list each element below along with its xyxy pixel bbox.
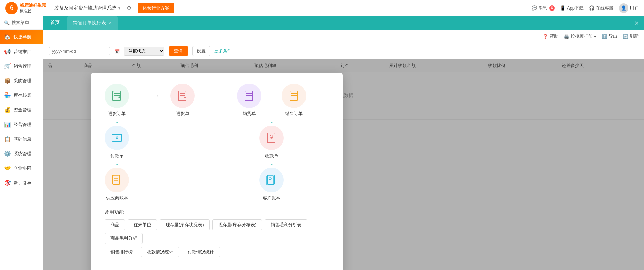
dropdown-icon[interactable]: ▾ xyxy=(118,6,120,11)
func-btn-5[interactable]: 商品毛利分析 xyxy=(105,233,143,244)
system-title: 装备及固定资产辅助管理系统 ▾ xyxy=(54,5,120,11)
export-button[interactable]: ⬆️ 导出 xyxy=(602,33,617,39)
calendar-icon[interactable]: 📅 xyxy=(114,49,120,54)
arrow-down-1: ↓ xyxy=(116,118,118,124)
purchase-icon: 📦 xyxy=(4,77,11,84)
tab-close-icon[interactable]: ✕ xyxy=(109,21,112,25)
svg-text:¥: ¥ xyxy=(115,135,118,140)
func-btn-3[interactable]: 现存量(库存分布表) xyxy=(212,219,262,230)
sidebar-item-quick-nav[interactable]: 🏠 快捷导航 xyxy=(0,30,43,44)
sidebar-item-sales[interactable]: 🛒 销售管理 xyxy=(0,59,43,73)
sidebar-item-finance[interactable]: 💰 资金管理 xyxy=(0,103,43,117)
quick-nav-icon: 🏠 xyxy=(4,34,11,40)
purchase-bill-label: 进货单 xyxy=(176,111,189,117)
sale-bill-label: 销货单 xyxy=(243,111,256,117)
flow-node-customer-ledger[interactable]: 客户账本 xyxy=(259,168,284,201)
func-btn-7[interactable]: 收款情况统计 xyxy=(141,247,179,257)
flow-node-purchase-bill[interactable]: 进货单 xyxy=(170,84,195,117)
sidebar-item-sys-mgmt[interactable]: ⚙️ 系统管理 xyxy=(0,146,43,161)
sale-order-icon xyxy=(282,84,306,108)
set-button[interactable]: 设置 xyxy=(192,46,210,56)
arrow-down-2: ↓ xyxy=(116,160,118,166)
status-select[interactable]: 单据状态 xyxy=(124,47,164,56)
sidebar-item-enterprise[interactable]: 🤝 企业协同 xyxy=(0,161,43,176)
user-menu[interactable]: 👤 用户 xyxy=(619,3,639,13)
logo-text: 畅康通好生意 标准版 xyxy=(20,3,46,13)
message-button[interactable]: 💬 消息 6 xyxy=(532,5,555,11)
table-area: 品 商品 金额 预估毛利 预估毛利率 订金 累计收款金额 收款比例 还差多少天 xyxy=(43,59,644,270)
svg-point-25 xyxy=(269,178,271,180)
print-button[interactable]: 🖨️ 按模板打印 ▾ xyxy=(564,33,596,39)
scroll-left-arrow[interactable]: ◀ xyxy=(97,269,100,270)
base-info-icon: 📋 xyxy=(4,136,11,142)
dialog-scrollbar: ◀ ▶ xyxy=(91,266,343,270)
receipt-icon: ¥ xyxy=(259,126,284,150)
sidebar-item-purchase[interactable]: 📦 采购管理 xyxy=(0,73,43,88)
operations-icon: 📊 xyxy=(4,121,11,128)
refresh-icon: 🔄 xyxy=(623,34,628,39)
print-icon: 🖨️ xyxy=(564,34,569,39)
supplier-ledger-label: 供应商账本 xyxy=(106,195,128,201)
more-conditions-link[interactable]: 更多条件 xyxy=(214,48,232,54)
tab-bar-close[interactable]: ✕ xyxy=(629,20,644,26)
print-dropdown-icon: ▾ xyxy=(594,34,596,39)
func-buttons-row1: 商品 往来单位 现存量(库存状况表) 现存量(库存分布表) 销售毛利分析表 商品… xyxy=(105,219,329,244)
flow-node-sale-bill[interactable]: 销货单 xyxy=(237,84,261,117)
quick-nav-dialog: 进货订单 ↓ ¥ 付款单 ↓ xyxy=(91,73,343,270)
customer-ledger-icon xyxy=(259,168,284,192)
trial-button[interactable]: 体验行业方案 xyxy=(138,3,174,13)
func-btn-2[interactable]: 现存量(库存状况表) xyxy=(160,219,210,230)
purchase-bill-icon xyxy=(170,84,195,108)
search-icon: 🔍 xyxy=(4,20,10,25)
sidebar-item-base-info[interactable]: 📋 基础信息 xyxy=(0,132,43,146)
refresh-button[interactable]: 🔄 刷新 xyxy=(623,33,639,39)
sidebar: 🔍 搜索菜单 🏠 快捷导航 📢 营销推广 🛒 销售管理 📦 采购管理 🏪 xyxy=(0,16,43,270)
app-download-button[interactable]: 📱 App下载 xyxy=(560,5,584,11)
message-badge: 6 xyxy=(549,5,555,11)
flow-node-supplier-ledger[interactable]: 供应商账本 xyxy=(105,168,129,201)
sidebar-item-operations[interactable]: 📊 经营管理 xyxy=(0,117,43,132)
online-service-button[interactable]: 🎧 在线客服 xyxy=(589,5,613,11)
flow-node-sale-order[interactable]: 销售订单 xyxy=(282,84,306,117)
tab-home[interactable]: 首页 xyxy=(43,16,67,30)
sys-mgmt-icon: ⚙️ xyxy=(4,150,11,157)
customer-ledger-label: 客户账本 xyxy=(263,195,280,201)
sidebar-item-inventory[interactable]: 🏪 库存核算 xyxy=(0,88,43,103)
flow-node-receipt[interactable]: ¥ 收款单 xyxy=(259,126,284,159)
avatar: 👤 xyxy=(619,3,628,13)
guide-icon: 🎯 xyxy=(4,180,11,186)
svg-text:¥: ¥ xyxy=(270,134,273,140)
logo-icon: 6 xyxy=(5,2,18,14)
gear-button[interactable]: ⚙ xyxy=(124,3,134,13)
help-button[interactable]: ❓ 帮助 xyxy=(543,33,558,39)
purchase-order-icon xyxy=(105,84,129,108)
sidebar-item-guide[interactable]: 🎯 新手引导 xyxy=(0,176,43,190)
supplier-ledger-icon xyxy=(105,168,129,192)
dialog-overlay: 进货订单 ↓ ¥ 付款单 ↓ xyxy=(43,59,644,270)
brand-sub: 标准版 xyxy=(20,8,46,13)
scroll-right-arrow[interactable]: ▶ xyxy=(333,269,337,270)
tab-sales-order-exec[interactable]: 销售订单执行表 ✕ xyxy=(67,16,118,30)
tab-bar: 首页 销售订单执行表 ✕ ✕ xyxy=(43,16,644,30)
content-header: ❓ 帮助 🖨️ 按模板打印 ▾ ⬆️ 导出 🔄 刷新 xyxy=(43,30,644,43)
flow-node-payment[interactable]: ¥ 付款单 xyxy=(105,126,129,159)
query-button[interactable]: 查询 xyxy=(169,46,188,56)
sales-icon: 🛒 xyxy=(4,63,11,69)
search-menu-button[interactable]: 🔍 搜索菜单 xyxy=(0,16,43,30)
func-btn-6[interactable]: 销售排行榜 xyxy=(105,247,138,257)
func-btn-1[interactable]: 往来单位 xyxy=(128,219,157,230)
func-btn-8[interactable]: 付款情况统计 xyxy=(182,247,220,257)
func-btn-4[interactable]: 销售毛利分析表 xyxy=(265,219,307,230)
func-btn-0[interactable]: 商品 xyxy=(105,219,125,230)
arrow-down-3: ↓ xyxy=(270,118,273,124)
payment-label: 付款单 xyxy=(110,153,124,159)
arrow-down-4: ↓ xyxy=(270,160,273,166)
sale-bill-icon xyxy=(237,84,261,108)
inventory-icon: 🏪 xyxy=(4,92,11,98)
user-name: 用户 xyxy=(630,5,639,11)
receipt-label: 收款单 xyxy=(265,153,278,159)
flow-node-purchase-order[interactable]: 进货订单 xyxy=(105,84,129,117)
date-input[interactable] xyxy=(49,47,110,55)
marketing-icon: 📢 xyxy=(4,48,11,55)
sidebar-item-marketing[interactable]: 📢 营销推广 xyxy=(0,44,43,59)
